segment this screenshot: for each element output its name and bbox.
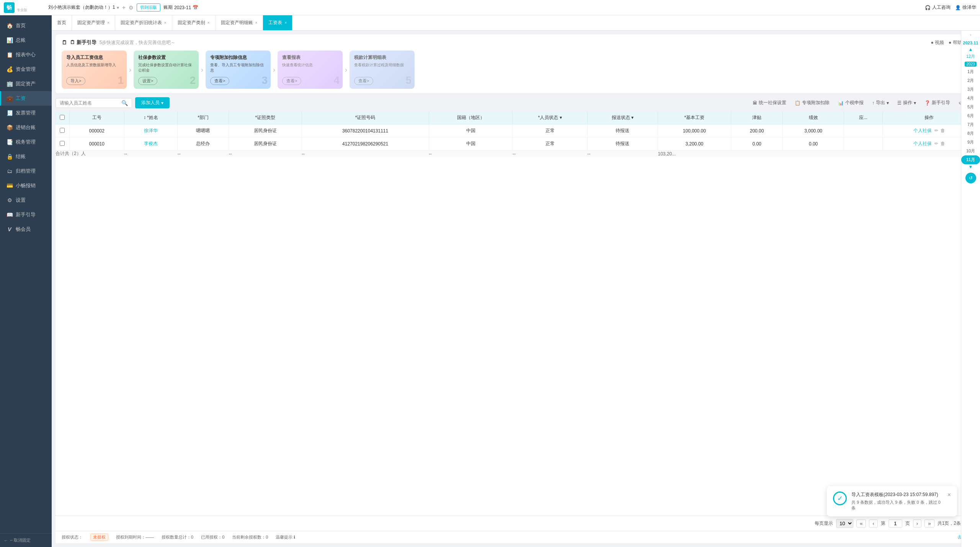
panel-collapse-button[interactable]: › — [970, 32, 972, 38]
next-page-btn[interactable]: › — [913, 519, 921, 527]
calendar-month-apr[interactable]: 4月 — [961, 94, 980, 103]
per-page-select[interactable]: 10 20 50 — [836, 519, 853, 528]
tab-salary-label: 工资表 — [268, 20, 282, 26]
deduction-btn[interactable]: 📋 专项附加扣除 — [792, 98, 833, 108]
sidebar-item-fixed[interactable]: 🏢 固定资产 — [0, 77, 52, 91]
video-link[interactable]: ● 视频 — [931, 39, 944, 46]
cell-report-status-1: 待报送 — [587, 124, 658, 137]
cell-name-1[interactable]: 徐泽华 — [124, 124, 178, 137]
tab-label: 固定资产管理 — [77, 20, 105, 26]
ai-consult[interactable]: 🎧 人工咨询 — [925, 4, 951, 11]
tab-home[interactable]: 首页 — [52, 15, 72, 30]
operations-btn[interactable]: ☰ 操作 ▾ — [894, 98, 919, 108]
footer-blank-1: -- — [124, 150, 178, 157]
calendar-nav-down[interactable]: ▼ — [969, 164, 973, 170]
sidebar-item-funds[interactable]: 💰 资金管理 — [0, 62, 52, 77]
page-input[interactable] — [889, 519, 902, 527]
tab-fixed-depreciation[interactable]: 固定资产折旧统计表 × — [115, 15, 172, 30]
close-tab-icon[interactable]: × — [255, 21, 258, 25]
step1-btn[interactable]: 导入> — [66, 77, 85, 85]
search-icon[interactable]: 🔍 — [121, 100, 128, 106]
export-btn[interactable]: ↑ 导出 ▾ — [869, 98, 892, 108]
step4-btn[interactable]: 查看> — [282, 77, 301, 85]
calendar-month-oct[interactable]: 10月 — [961, 147, 980, 155]
sidebar-item-guide[interactable]: 📖 新手引导 — [0, 207, 52, 222]
last-page-btn[interactable]: » — [924, 519, 934, 527]
edit-icon-2[interactable]: ✏ — [934, 141, 938, 146]
sidebar-item-invoices[interactable]: 🧾 发票管理 — [0, 106, 52, 120]
tab-fixed-category[interactable]: 固定资产类别 × — [172, 15, 216, 30]
sync-icon[interactable]: ↺ — [965, 173, 976, 183]
period-calendar-icon[interactable]: 📅 — [193, 5, 198, 10]
prev-page-btn[interactable]: ‹ — [869, 519, 877, 527]
sidebar-footer: ← ←取消固定 — [0, 533, 52, 547]
salary-table: 工号 ↕ *姓名 *部门 *证照类型 *证照号码 国籍（地区） *人员状态 ▾ … — [56, 111, 976, 516]
calendar-month-feb[interactable]: 2月 — [961, 76, 980, 85]
calendar-month-may[interactable]: 5月 — [961, 103, 980, 111]
settings-icon[interactable]: ⚙ — [129, 5, 134, 11]
sidebar-item-settings[interactable]: ⚙ 设置 — [0, 193, 52, 207]
sidebar-item-tax[interactable]: 📑 税务管理 — [0, 135, 52, 149]
calendar-month-nov[interactable]: 11月 — [961, 155, 980, 164]
add-account-icon[interactable]: + — [122, 4, 126, 11]
search-input[interactable] — [60, 100, 119, 106]
sidebar-item-expense[interactable]: 💳 小畅报销 — [0, 178, 52, 193]
cell-name-2[interactable]: 李俊杰 — [124, 137, 178, 150]
row-checkbox-2[interactable] — [56, 137, 69, 150]
close-tab-icon[interactable]: × — [107, 21, 109, 25]
step5-btn[interactable]: 查看> — [354, 77, 373, 85]
help-link[interactable]: ● 帮助 — [949, 39, 962, 46]
step2-btn[interactable]: 设置> — [138, 77, 157, 85]
new-guide-btn[interactable]: ❓ 新手引导 — [921, 98, 953, 108]
calendar-month-aug[interactable]: 8月 — [961, 129, 980, 138]
cancel-fixed-button[interactable]: ← ←取消固定 — [4, 537, 48, 543]
action-social-1[interactable]: 个人社保 — [913, 128, 932, 133]
close-salary-tab-icon[interactable]: × — [284, 21, 287, 25]
checkbox-1[interactable] — [60, 128, 65, 133]
edit-icon-1[interactable]: ✏ — [934, 128, 938, 133]
user-profile[interactable]: 👤 徐泽华 — [955, 4, 976, 11]
sidebar-item-ledger[interactable]: 📊 总账 — [0, 33, 52, 47]
sidebar-item-archive[interactable]: 🗂 归档管理 — [0, 164, 52, 178]
select-all-checkbox[interactable] — [60, 115, 65, 120]
step3-btn[interactable]: 查看> — [210, 77, 229, 85]
select-all-header[interactable] — [56, 111, 69, 124]
calendar-month-mar[interactable]: 3月 — [961, 85, 980, 94]
close-tab-icon[interactable]: × — [207, 21, 210, 25]
tab-fixed-assets[interactable]: 固定资产管理 × — [72, 15, 115, 30]
sidebar-item-reports[interactable]: 📋 报表中心 — [0, 47, 52, 62]
col-report-status[interactable]: 报送状态 ▾ — [587, 111, 658, 124]
calendar-month-jun[interactable]: 6月 — [961, 111, 980, 120]
tab-fixed-detail[interactable]: 固定资产明细账 × — [216, 15, 263, 30]
tax-report-btn[interactable]: 📊 个税申报 — [835, 98, 867, 108]
sidebar-item-home[interactable]: 🏠 首页 — [0, 18, 52, 33]
row-checkbox-1[interactable] — [56, 124, 69, 137]
wizard-title: 🗒 🗒 新手引导 5步快速完成设置，快去完善信息吧～ — [62, 39, 175, 46]
checkbox-2[interactable] — [60, 141, 65, 146]
delete-icon-2[interactable]: 🗑 — [941, 141, 945, 146]
calendar-month-jan[interactable]: 1月 — [961, 67, 980, 76]
add-person-button[interactable]: 添加人员 ▾ — [135, 97, 170, 108]
delete-icon-1[interactable]: 🗑 — [941, 128, 945, 133]
step-card-4: 查看报表 快速查看统计信息 查看> 4 — [278, 51, 343, 89]
close-tab-icon[interactable]: × — [164, 21, 167, 25]
col-name[interactable]: ↕ *姓名 — [124, 111, 178, 124]
calendar-month-jul[interactable]: 7月 — [961, 120, 980, 129]
col-status[interactable]: *人员状态 ▾ — [513, 111, 587, 124]
toast-close-button[interactable]: × — [947, 491, 951, 498]
sidebar-item-closing[interactable]: 🔒 结账 — [0, 149, 52, 164]
calendar-month-sep[interactable]: 9月 — [961, 138, 980, 147]
tab-salary[interactable]: 工资表 × — [263, 15, 292, 30]
table-row: 000010 李俊杰 总经办 居民身份证 412702198206290521 … — [56, 137, 976, 150]
action-social-2[interactable]: 个人社保 — [913, 141, 932, 146]
calendar-month-dec[interactable]: 12月 — [961, 52, 980, 61]
sidebar-item-inventory[interactable]: 📦 进销台账 — [0, 120, 52, 135]
sidebar-item-salary[interactable]: 💼 工资 — [0, 91, 52, 106]
social-security-btn[interactable]: 🏛 统一社保设置 — [750, 98, 789, 108]
switch-version-button[interactable]: 切到旧版 — [137, 3, 160, 11]
calendar-nav-up[interactable]: ▲ — [969, 47, 973, 52]
account-selector[interactable]: 刘小艳演示账套（勿删勿动！）1 ▾ — [48, 4, 119, 11]
first-page-btn[interactable]: « — [856, 519, 866, 527]
sidebar-item-member[interactable]: V 畅会员 — [0, 222, 52, 237]
closing-icon: 🔒 — [7, 153, 13, 160]
